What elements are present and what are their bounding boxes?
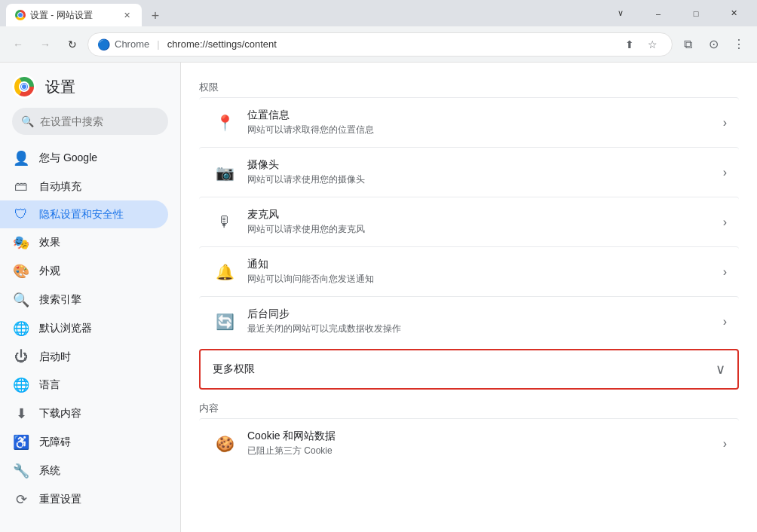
sidebar-label-appearance: 外观 [39, 264, 60, 278]
sidebar-label-downloads: 下载内容 [39, 407, 81, 420]
sidebar-label-browser: 默认浏览器 [39, 322, 92, 335]
sidebar-item-privacy[interactable]: 🛡 隐私设置和安全性 [0, 200, 168, 228]
more-permissions-title: 更多权限 [213, 362, 716, 376]
microphone-desc: 网站可以请求使用您的麦克风 [247, 223, 723, 236]
tab-title: 设置 - 网站设置 [30, 9, 116, 22]
autofill-icon: 🗃 [12, 179, 30, 194]
permissions-section-label: 权限 [199, 75, 739, 97]
content-inner: 权限 📍 位置信息 网站可以请求取得您的位置信息 › 📷 摄像头 网站可以请求使… [181, 63, 757, 480]
sidebar-item-reset[interactable]: ⟳ 重置设置 [0, 485, 168, 514]
camera-arrow-icon: › [723, 166, 727, 179]
microphone-settings-item[interactable]: 🎙 麦克风 网站可以请求使用您的麦克风 › [199, 197, 739, 246]
sidebar-item-google[interactable]: 👤 您与 Google [0, 144, 168, 173]
omnibox-separator: | [157, 38, 159, 50]
search-input[interactable] [40, 115, 172, 127]
camera-desc: 网站可以请求使用您的摄像头 [247, 173, 723, 186]
omnibox-brand: Chrome [115, 38, 149, 50]
notifications-icon: 🔔 [211, 258, 238, 286]
language-icon: 🌐 [12, 377, 30, 393]
sidebar-label-autofill: 自动填充 [39, 180, 81, 194]
menu-button[interactable]: ⋮ [727, 32, 751, 57]
forward-button[interactable]: → [33, 32, 57, 57]
sidebar-label-language: 语言 [39, 378, 60, 392]
search-engine-icon: 🔍 [12, 292, 30, 308]
notifications-title: 通知 [247, 258, 723, 271]
share-button[interactable]: ⬆ [619, 34, 640, 55]
tab-favicon [15, 10, 26, 20]
sidebar-item-accessibility[interactable]: ♿ 无障碍 [0, 428, 168, 457]
accessibility-icon: ♿ [12, 434, 30, 451]
sidebar-item-appearance[interactable]: 🎨 外观 [0, 257, 168, 286]
notifications-settings-item[interactable]: 🔔 通知 网站可以询问能否向您发送通知 › [199, 246, 739, 296]
background-sync-text: 后台同步 最近关闭的网站可以完成数据收发操作 [247, 307, 723, 335]
background-sync-settings-item[interactable]: 🔄 后台同步 最近关闭的网站可以完成数据收发操作 › [199, 296, 739, 346]
location-title: 位置信息 [247, 109, 723, 122]
window-controls: ∨ – □ ✕ [603, 0, 751, 26]
camera-settings-item[interactable]: 📷 摄像头 网站可以请求使用您的摄像头 › [199, 147, 739, 197]
system-icon: 🔧 [12, 463, 30, 479]
minimize-button2[interactable]: – [641, 0, 676, 26]
sidebar-label-search: 搜索引擎 [39, 293, 81, 307]
sidebar-label-reset: 重置设置 [39, 493, 81, 506]
more-permissions-chevron-icon: ∨ [716, 361, 725, 378]
cookies-icon: 🍪 [211, 430, 238, 457]
location-icon: 📍 [211, 109, 238, 136]
sidebar-item-effects[interactable]: 🎭 效果 [0, 228, 168, 257]
omnibox-security-icon: 🔵 [97, 38, 110, 50]
sidebar-item-search[interactable]: 🔍 搜索引擎 [0, 286, 168, 314]
cookies-text: Cookie 和网站数据 已阻止第三方 Cookie [247, 430, 723, 457]
search-bar[interactable]: 🔍 [12, 108, 168, 135]
toolbar-right: ⧉ ⊙ ⋮ [676, 32, 751, 57]
content-area: 权限 📍 位置信息 网站可以请求取得您的位置信息 › 📷 摄像头 网站可以请求使… [181, 63, 757, 532]
new-tab-button[interactable]: + [145, 5, 166, 26]
active-tab[interactable]: 设置 - 网站设置 ✕ [6, 4, 142, 26]
location-settings-item[interactable]: 📍 位置信息 网站可以请求取得您的位置信息 › [199, 97, 739, 147]
close-button[interactable]: ✕ [716, 0, 751, 26]
profile-button[interactable]: ⊙ [701, 32, 725, 57]
back-button[interactable]: ← [6, 32, 30, 57]
sidebar-item-autofill[interactable]: 🗃 自动填充 [0, 173, 168, 200]
addressbar: ← → ↻ 🔵 Chrome | chrome://settings/conte… [0, 26, 757, 63]
startup-icon: ⏻ [12, 349, 30, 365]
notifications-arrow-icon: › [723, 265, 727, 279]
sidebar-item-downloads[interactable]: ⬇ 下载内容 [0, 399, 168, 428]
bookmark-button[interactable]: ☆ [642, 34, 663, 55]
location-text: 位置信息 网站可以请求取得您的位置信息 [247, 109, 723, 136]
sidebar-title: 设置 [45, 77, 75, 97]
sidebar-item-startup[interactable]: ⏻ 启动时 [0, 343, 168, 371]
refresh-button[interactable]: ↻ [60, 32, 84, 57]
sidebar-label-accessibility: 无障碍 [39, 436, 71, 449]
browser-icon: 🌐 [12, 320, 30, 337]
maximize-button[interactable]: □ [679, 0, 713, 26]
microphone-icon: 🎙 [211, 209, 238, 236]
background-sync-title: 后台同步 [247, 307, 723, 321]
notifications-text: 通知 网站可以询问能否向您发送通知 [247, 258, 723, 286]
sidebar-label-google: 您与 Google [39, 151, 97, 165]
sidebar-item-system[interactable]: 🔧 系统 [0, 457, 168, 485]
effects-icon: 🎭 [12, 234, 30, 251]
background-sync-icon: 🔄 [211, 308, 238, 335]
microphone-text: 麦克风 网站可以请求使用您的麦克风 [247, 208, 723, 236]
sidebar: 设置 🔍 👤 您与 Google 🗃 自动填充 🛡 隐私设置和安全性 🎭 效果 [0, 63, 181, 532]
location-arrow-icon: › [723, 116, 727, 130]
svg-point-6 [22, 84, 26, 89]
titlebar: 设置 - 网站设置 ✕ + ∨ – □ ✕ [0, 0, 757, 26]
sidebar-label-system: 系统 [39, 464, 60, 478]
minimize-button[interactable]: ∨ [603, 0, 638, 26]
more-permissions-item[interactable]: 更多权限 ∨ [199, 349, 739, 390]
extensions-button[interactable]: ⧉ [676, 32, 700, 57]
sidebar-item-browser[interactable]: 🌐 默认浏览器 [0, 314, 168, 343]
omnibox[interactable]: 🔵 Chrome | chrome://settings/content ⬆ ☆ [87, 32, 673, 57]
microphone-arrow-icon: › [723, 216, 727, 229]
background-sync-desc: 最近关闭的网站可以完成数据收发操作 [247, 323, 723, 335]
notifications-desc: 网站可以询问能否向您发送通知 [247, 273, 723, 286]
sidebar-item-language[interactable]: 🌐 语言 [0, 371, 168, 399]
omnibox-url: chrome://settings/content [167, 38, 614, 50]
microphone-title: 麦克风 [247, 208, 723, 222]
search-icon: 🔍 [21, 115, 34, 127]
cookies-title: Cookie 和网站数据 [247, 430, 723, 443]
camera-icon: 📷 [211, 159, 238, 186]
omnibox-actions: ⬆ ☆ [619, 34, 663, 55]
cookies-settings-item[interactable]: 🍪 Cookie 和网站数据 已阻止第三方 Cookie › [199, 418, 739, 468]
tab-close-button[interactable]: ✕ [121, 9, 133, 21]
